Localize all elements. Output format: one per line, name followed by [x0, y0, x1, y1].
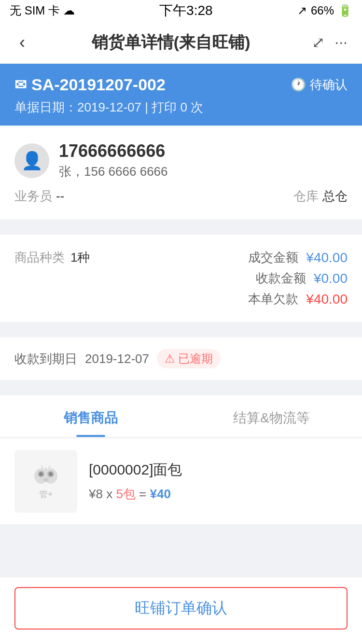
price-qty: 5包: [116, 487, 135, 501]
order-icon: ✉: [14, 76, 27, 93]
status-bar: 无 SIM 卡 ☁ 下午3:28 ↗ 66% 🔋: [0, 0, 362, 21]
order-status: 🕐 待确认: [291, 76, 348, 93]
divider-2: [0, 322, 362, 330]
product-placeholder: 管+: [31, 462, 60, 500]
svg-point-5: [49, 472, 53, 476]
status-left: 无 SIM 卡 ☁: [10, 3, 75, 18]
amount-label: 成交金额: [248, 249, 298, 266]
product-item: 管+ [0000002]面包 ¥8 x 5包 = ¥40: [14, 450, 348, 513]
back-button[interactable]: ‹: [14, 28, 30, 57]
bottom-button-container: 旺铺订单确认: [0, 577, 362, 644]
received-value: ¥0.00: [314, 271, 348, 286]
summary-card: 商品种类 1种 成交金额 ¥40.00 收款金额 ¥0.00 本单欠款 ¥40.…: [0, 235, 362, 322]
customer-card: 👤 17666666666 张，156 6666 6666 业务员 -- 仓库 …: [0, 126, 362, 219]
salesperson-value: --: [56, 189, 64, 204]
svg-marker-7: [43, 466, 48, 471]
status-time: 下午3:28: [159, 1, 213, 20]
overdue-badge: ⚠ 已逾期: [157, 349, 221, 368]
price-text: ¥8 x: [89, 487, 112, 501]
product-name: [0000002]面包: [89, 460, 348, 480]
tab-settlement[interactable]: 结算&物流等: [181, 395, 362, 437]
salesperson-item: 业务员 --: [14, 188, 64, 205]
customer-meta: 业务员 -- 仓库 总仓: [14, 188, 348, 205]
customer-phone: 17666666666: [59, 141, 168, 161]
status-right: ↗ 66% 🔋: [297, 4, 352, 17]
overdue-icon: ⚠: [165, 352, 175, 365]
price-total: ¥40: [150, 487, 171, 501]
due-date-value: 2019-12-07: [85, 351, 149, 366]
svg-point-4: [39, 472, 43, 476]
salesperson-label: 业务员: [14, 188, 52, 205]
battery-level: 66%: [311, 4, 334, 17]
warehouse-label: 仓库: [293, 188, 319, 205]
customer-name: 张，156 6666 6666: [59, 163, 168, 180]
customer-info: 👤 17666666666 张，156 6666 6666: [14, 141, 348, 180]
order-id: ✉ SA-20191207-002: [14, 75, 166, 94]
due-date-label: 收款到期日: [14, 350, 77, 367]
received-label: 收款金额: [256, 270, 306, 287]
product-details: [0000002]面包 ¥8 x 5包 = ¥40: [89, 460, 348, 503]
confirm-button[interactable]: 旺铺订单确认: [14, 587, 348, 630]
product-price: ¥8 x 5包 = ¥40: [89, 486, 348, 503]
nav-actions: ⤢ ···: [312, 33, 348, 52]
balance-row: 本单欠款 ¥40.00: [248, 291, 348, 308]
product-type: 商品种类 1种: [14, 249, 90, 266]
sim-status: 无 SIM 卡 ☁: [10, 3, 75, 18]
balance-value: ¥40.00: [306, 292, 348, 307]
svg-point-6: [43, 478, 49, 482]
balance-label: 本单欠款: [248, 291, 298, 308]
share-icon[interactable]: ⤢: [312, 33, 325, 52]
avatar: 👤: [14, 143, 49, 178]
tabs: 销售商品 结算&物流等: [0, 395, 362, 437]
amount-row: 成交金额 ¥40.00: [248, 249, 348, 266]
equals: =: [139, 487, 146, 501]
avatar-icon: 👤: [21, 151, 43, 171]
more-icon[interactable]: ···: [334, 33, 348, 51]
brand-plus: 管+: [39, 489, 53, 500]
order-header-top: ✉ SA-20191207-002 🕐 待确认: [14, 75, 348, 94]
divider-1: [0, 219, 362, 227]
product-image: 管+: [14, 450, 77, 513]
customer-details: 17666666666 张，156 6666 6666: [59, 141, 168, 180]
clock-icon: 🕐: [291, 77, 306, 92]
warehouse-item: 仓库 总仓: [293, 188, 348, 205]
order-header: ✉ SA-20191207-002 🕐 待确认 单据日期：2019-12-07 …: [0, 64, 362, 126]
due-date-card: 收款到期日 2019-12-07 ⚠ 已逾期: [0, 337, 362, 380]
warehouse-value: 总仓: [322, 188, 348, 205]
amount-value: ¥40.00: [306, 250, 348, 266]
product-type-value: 1种: [70, 249, 90, 266]
owl-svg: [31, 462, 60, 487]
nav-bar: ‹ 销货单详情(来自旺铺) ⤢ ···: [0, 21, 362, 64]
product-section: 管+ [0000002]面包 ¥8 x 5包 = ¥40: [0, 438, 362, 524]
signal-icon: ↗: [297, 4, 307, 17]
tab-products[interactable]: 销售商品: [0, 395, 181, 437]
product-type-label: 商品种类: [14, 249, 65, 266]
order-date: 单据日期：2019-12-07 | 打印 0 次: [14, 99, 348, 116]
amounts: 成交金额 ¥40.00 收款金额 ¥0.00 本单欠款 ¥40.00: [248, 249, 348, 308]
page-title: 销货单详情(来自旺铺): [92, 31, 251, 54]
overdue-text: 已逾期: [178, 351, 213, 366]
battery-icon: 🔋: [338, 4, 352, 17]
received-row: 收款金额 ¥0.00: [256, 270, 348, 287]
divider-3: [0, 380, 362, 388]
